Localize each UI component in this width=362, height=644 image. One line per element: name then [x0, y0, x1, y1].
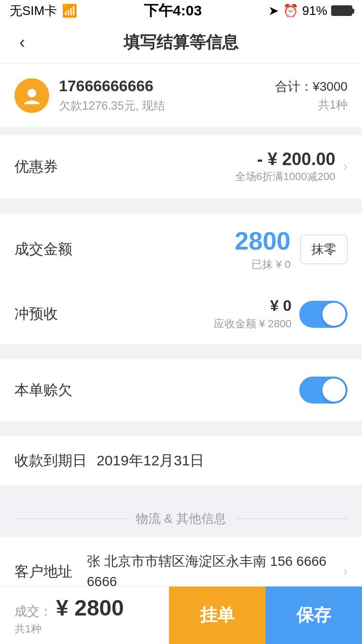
prepay-toggle[interactable] — [299, 301, 348, 328]
hang-single-button[interactable]: 挂单 — [169, 587, 265, 644]
total-label: 合计：¥3000 — [275, 78, 348, 95]
bottom-total-row: 成交： ¥ 2800 — [14, 595, 154, 621]
deal-amount-wrap: 2800 已抹 ¥ 0 — [235, 226, 291, 272]
status-time: 下午4:03 — [144, 1, 202, 21]
battery-percent: 91% — [302, 3, 327, 18]
avatar — [14, 78, 49, 113]
coupon-row[interactable]: 优惠券 - ¥ 200.00 全场6折满1000减200 › — [0, 135, 362, 198]
duedate-row: 收款到期日 2019年12月31日 — [0, 436, 362, 485]
customer-phone: 17666666666 — [59, 77, 165, 95]
logistics-line-left — [14, 518, 126, 519]
deal-right: 2800 已抹 ¥ 0 抹零 — [235, 226, 348, 272]
prepay-sub: 应收金额 ¥ 2800 — [214, 317, 292, 331]
svg-point-0 — [28, 89, 36, 98]
page-title: 填写结算等信息 — [124, 31, 238, 54]
debt-label: 本单赊欠 — [14, 380, 72, 400]
coupon-value-wrap: - ¥ 200.00 全场6折满1000减200 — [235, 149, 335, 184]
address-label: 客户地址 — [14, 562, 72, 582]
save-button[interactable]: 保存 — [265, 587, 362, 644]
location-icon: ➤ — [268, 3, 279, 18]
gray-divider-2 — [0, 351, 362, 359]
bottom-bar: 成交： ¥ 2800 共1种 挂单 保存 — [0, 586, 362, 644]
alarm-icon: ⏰ — [283, 3, 298, 18]
toggle-knob — [322, 303, 346, 326]
duedate-label: 收款到期日 — [14, 451, 87, 471]
status-right: ➤ ⏰ 91% — [268, 3, 352, 18]
logistics-divider: 物流 & 其他信息 — [0, 501, 362, 537]
deal-sub: 已抹 ¥ 0 — [235, 257, 291, 272]
main-content: 17666666666 欠款1276.35元, 现结 合计：¥3000 共1种 … — [0, 64, 362, 644]
sim-label: 无SIM卡 — [10, 2, 57, 19]
deal-amount-row: 成交金额 2800 已抹 ¥ 0 抹零 — [0, 214, 362, 284]
deal-amount-section: 成交金额 2800 已抹 ¥ 0 抹零 冲预收 ¥ 0 应收金额 ¥ 2800 — [0, 214, 362, 344]
prepay-amount-wrap: ¥ 0 应收金额 ¥ 2800 — [214, 297, 292, 331]
debt-toggle[interactable] — [299, 377, 348, 404]
wifi-icon: 📶 — [62, 3, 77, 18]
deal-amount: 2800 — [235, 226, 291, 255]
coupon-label: 优惠券 — [14, 157, 58, 177]
back-button[interactable]: ‹ — [14, 28, 30, 57]
deal-label: 成交金额 — [14, 239, 72, 259]
coupon-section: 优惠券 - ¥ 200.00 全场6折满1000减200 › — [0, 135, 362, 198]
bottom-total-amount: ¥ 2800 — [56, 595, 124, 621]
status-left: 无SIM卡 📶 — [10, 2, 77, 19]
bottom-total-info: 成交： ¥ 2800 共1种 — [0, 595, 169, 636]
duedate-value: 2019年12月31日 — [97, 451, 204, 471]
nav-bar: ‹ 填写结算等信息 — [0, 21, 362, 64]
battery-icon — [331, 5, 352, 16]
customer-total: 合计：¥3000 共1种 — [275, 78, 348, 112]
total-count: 共1种 — [275, 97, 348, 112]
address-chevron-icon: › — [343, 564, 348, 579]
round-zero-button[interactable]: 抹零 — [300, 235, 348, 264]
customer-card: 17666666666 欠款1276.35元, 现结 合计：¥3000 共1种 — [0, 64, 362, 127]
status-bar: 无SIM卡 📶 下午4:03 ➤ ⏰ 91% — [0, 0, 362, 21]
prepay-label: 冲预收 — [14, 304, 58, 324]
bottom-total-label: 成交： — [14, 603, 52, 620]
coupon-right: - ¥ 200.00 全场6折满1000减200 › — [235, 149, 348, 184]
customer-subtext: 欠款1276.35元, 现结 — [59, 98, 165, 113]
debt-section: 本单赊欠 — [0, 359, 362, 421]
prepay-amount: ¥ 0 — [214, 297, 292, 315]
bottom-count: 共1种 — [14, 622, 154, 636]
chevron-right-icon: › — [343, 159, 348, 174]
prepay-right: ¥ 0 应收金额 ¥ 2800 — [214, 297, 348, 331]
duedate-section: 收款到期日 2019年12月31日 — [0, 436, 362, 485]
gray-divider-3 — [0, 429, 362, 436]
coupon-amount: - ¥ 200.00 — [235, 149, 335, 169]
debt-row: 本单赊欠 — [0, 359, 362, 421]
prepay-row: 冲预收 ¥ 0 应收金额 ¥ 2800 — [0, 284, 362, 344]
gray-divider-4 — [0, 493, 362, 501]
customer-details: 17666666666 欠款1276.35元, 现结 — [59, 77, 165, 113]
debt-toggle-knob — [322, 378, 346, 402]
logistics-line-right — [236, 518, 348, 519]
customer-info-left: 17666666666 欠款1276.35元, 现结 — [14, 77, 165, 113]
logistics-text: 物流 & 其他信息 — [136, 510, 226, 527]
coupon-desc: 全场6折满1000减200 — [235, 169, 335, 184]
gray-divider-1 — [0, 206, 362, 214]
